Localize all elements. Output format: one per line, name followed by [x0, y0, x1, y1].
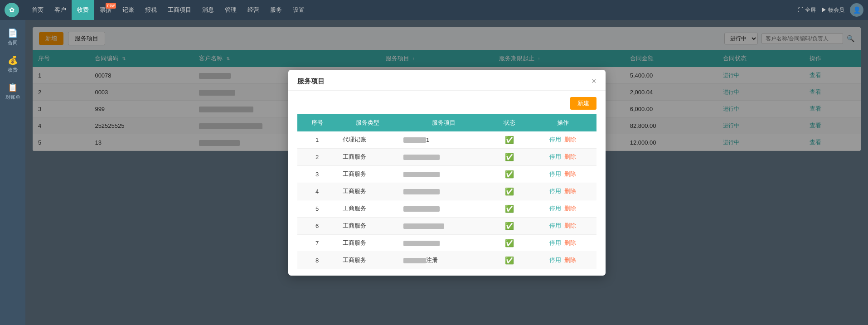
- modal-col-item: 服务项目: [398, 114, 489, 131]
- modal-cell-type: 工商服务: [337, 252, 398, 269]
- service-items-table: 序号 服务类型 服务项目 状态 操作 1 代理记账 1 ✅ 停用: [297, 114, 596, 269]
- list-item: 7 工商服务 ✅ 停用 删除: [297, 234, 596, 252]
- modal-cell-action[interactable]: 停用 删除: [529, 234, 596, 252]
- stop-button[interactable]: 停用: [549, 170, 561, 177]
- user-avatar[interactable]: 👤: [850, 3, 863, 17]
- logo[interactable]: ✿: [5, 3, 19, 17]
- main-content: 新增 服务项目 进行中 已结束 全部 🔍 序号 合同编码: [25, 20, 868, 325]
- modal-cell-item: 1: [398, 131, 489, 149]
- nav-service[interactable]: 服务: [265, 0, 287, 20]
- modal-col-status: 状态: [489, 114, 529, 131]
- modal-cell-seq: 3: [297, 165, 337, 183]
- nav-operation[interactable]: 经营: [242, 0, 265, 20]
- new-badge: new: [106, 3, 116, 9]
- modal-cell-status: ✅: [489, 165, 529, 183]
- delete-button[interactable]: 删除: [564, 222, 576, 229]
- delete-button[interactable]: 删除: [564, 153, 576, 160]
- delete-button[interactable]: 删除: [564, 170, 576, 177]
- modal-body: 新建 序号 服务类型 服务项目 状态 操作: [288, 91, 606, 276]
- modal-close-button[interactable]: ×: [592, 77, 596, 85]
- modal-cell-status: ✅: [489, 252, 529, 269]
- modal-cell-status: ✅: [489, 148, 529, 165]
- modal-cell-seq: 7: [297, 234, 337, 252]
- sidebar: 📄 合同 💰 收费 📋 对账单: [0, 20, 25, 325]
- delete-button[interactable]: 删除: [564, 188, 576, 194]
- status-check-icon: ✅: [505, 257, 514, 264]
- billing-icon: 💰: [8, 55, 18, 65]
- status-check-icon: ✅: [505, 188, 514, 195]
- modal-cell-seq: 5: [297, 200, 337, 217]
- modal-title: 服务项目: [297, 77, 325, 86]
- modal-cell-seq: 8: [297, 252, 337, 269]
- stop-button[interactable]: 停用: [549, 257, 561, 263]
- list-item: 3 工商服务 ✅ 停用 删除: [297, 165, 596, 183]
- nav-tax[interactable]: 报税: [140, 0, 162, 20]
- delete-button[interactable]: 删除: [564, 239, 576, 246]
- modal-cell-item: [398, 148, 489, 165]
- modal-cell-action[interactable]: 停用 删除: [529, 252, 596, 269]
- modal-col-action: 操作: [529, 114, 596, 131]
- modal-cell-item: [398, 165, 489, 183]
- modal-overlay: 服务项目 × 新建 序号 服务类型 服务项目: [25, 20, 868, 325]
- modal-cell-action[interactable]: 停用 删除: [529, 165, 596, 183]
- list-item: 4 工商服务 ✅ 停用 删除: [297, 183, 596, 200]
- nav-customer[interactable]: 客户: [49, 0, 72, 20]
- nav-manage[interactable]: 管理: [219, 0, 242, 20]
- nav-settings[interactable]: 设置: [287, 0, 310, 20]
- modal-cell-action[interactable]: 停用 删除: [529, 131, 596, 149]
- layout: 📄 合同 💰 收费 📋 对账单 新增 服务项目 进行中 已结束 全部: [0, 20, 868, 325]
- modal-cell-item: [398, 234, 489, 252]
- fullscreen-btn[interactable]: ⛶ 全屏: [798, 6, 815, 14]
- modal-cell-action[interactable]: 停用 删除: [529, 200, 596, 217]
- nav-bookkeeping[interactable]: 记账: [117, 0, 140, 20]
- modal-new-button[interactable]: 新建: [570, 97, 596, 110]
- nav-message[interactable]: 消息: [197, 0, 219, 20]
- stop-button[interactable]: 停用: [549, 239, 561, 246]
- status-check-icon: ✅: [505, 205, 514, 213]
- nav-home[interactable]: 首页: [26, 0, 49, 20]
- modal-col-seq: 序号: [297, 114, 337, 131]
- modal-col-type: 服务类型: [337, 114, 398, 131]
- modal-cell-seq: 2: [297, 148, 337, 165]
- stop-button[interactable]: 停用: [549, 188, 561, 194]
- member-btn[interactable]: ▶ 畅会员: [821, 6, 844, 14]
- modal-cell-type: 工商服务: [337, 183, 398, 200]
- top-nav: ✿ 首页 客户 收费 票据 new 记账 报税 工商项目 消息 管理 经营 服务…: [0, 0, 868, 20]
- service-items-modal: 服务项目 × 新建 序号 服务类型 服务项目: [288, 70, 606, 276]
- stop-button[interactable]: 停用: [549, 136, 561, 143]
- stop-button[interactable]: 停用: [549, 222, 561, 229]
- list-item: 1 代理记账 1 ✅ 停用 删除: [297, 131, 596, 149]
- nav-billing[interactable]: 收费: [72, 0, 94, 20]
- stop-button[interactable]: 停用: [549, 153, 561, 160]
- modal-cell-type: 代理记账: [337, 131, 398, 149]
- modal-cell-action[interactable]: 停用 删除: [529, 217, 596, 234]
- right-tools: ⛶ 全屏 ▶ 畅会员 👤: [798, 3, 863, 17]
- modal-cell-seq: 1: [297, 131, 337, 149]
- modal-cell-status: ✅: [489, 200, 529, 217]
- modal-cell-action[interactable]: 停用 删除: [529, 183, 596, 200]
- sidebar-billing-label: 收费: [8, 67, 18, 73]
- status-check-icon: ✅: [505, 136, 514, 144]
- list-item: 2 工商服务 ✅ 停用 删除: [297, 148, 596, 165]
- modal-cell-status: ✅: [489, 183, 529, 200]
- delete-button[interactable]: 删除: [564, 205, 576, 212]
- stop-button[interactable]: 停用: [549, 205, 561, 212]
- modal-cell-action[interactable]: 停用 删除: [529, 148, 596, 165]
- modal-cell-type: 工商服务: [337, 165, 398, 183]
- list-item: 8 工商服务 注册 ✅ 停用 删除: [297, 252, 596, 269]
- sidebar-item-contract[interactable]: 📄 合同: [1, 24, 24, 50]
- nav-invoice[interactable]: 票据 new: [94, 0, 117, 20]
- delete-button[interactable]: 删除: [564, 136, 576, 143]
- sidebar-contract-label: 合同: [8, 39, 18, 46]
- modal-header: 服务项目 ×: [288, 70, 606, 91]
- modal-table-wrap[interactable]: 序号 服务类型 服务项目 状态 操作 1 代理记账 1 ✅ 停用: [297, 114, 596, 269]
- modal-cell-seq: 4: [297, 183, 337, 200]
- modal-cell-type: 工商服务: [337, 234, 398, 252]
- modal-cell-type: 工商服务: [337, 148, 398, 165]
- nav-commerce[interactable]: 工商项目: [162, 0, 197, 20]
- modal-toolbar: 新建: [297, 97, 596, 110]
- sidebar-item-billing[interactable]: 💰 收费: [1, 52, 24, 77]
- status-check-icon: ✅: [505, 222, 514, 230]
- sidebar-item-reconcile[interactable]: 📋 对账单: [1, 79, 24, 104]
- delete-button[interactable]: 删除: [564, 257, 576, 263]
